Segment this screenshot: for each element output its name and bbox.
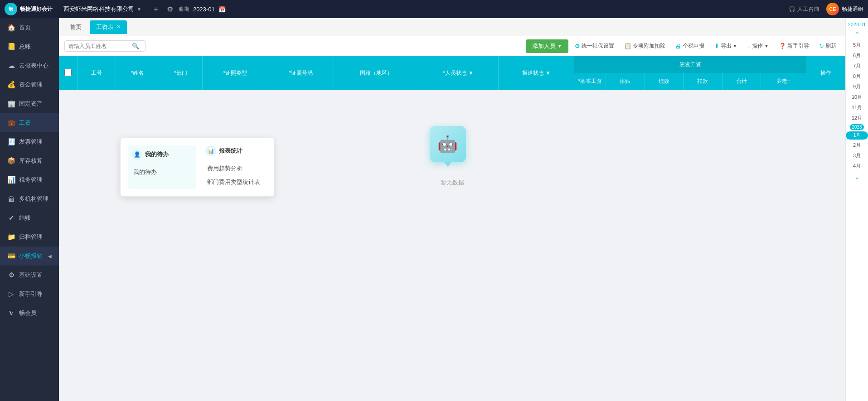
sidebar-item-multi-org[interactable]: 🏛 多机构管理 (0, 189, 59, 208)
sidebar-item-guide[interactable]: ▷ 新手引导 (0, 285, 59, 304)
timeline-11[interactable]: 11月 (846, 102, 868, 113)
timeline-6[interactable]: 6月 (846, 50, 868, 61)
th-nationality: 国籍（地区） (334, 56, 418, 90)
sidebar-label: 云报表中心 (19, 62, 48, 70)
popup-report-header: 📊 报表统计 (205, 145, 267, 156)
operation-label: 操作 (752, 42, 763, 50)
export-dropdown-icon: ▼ (733, 43, 737, 48)
th-status: *人员状态 ▼ (418, 56, 498, 90)
tab-payroll-label: 工资表 (96, 23, 114, 31)
sidebar-item-tax[interactable]: 📊 税务管理 (0, 170, 59, 189)
sidebar-item-ledger[interactable]: 📒 总账 (0, 37, 59, 56)
popup-expense-trend-item[interactable]: 费用趋势分析 (205, 162, 267, 175)
popup-my-todo-item[interactable]: 我的待办 (131, 165, 193, 179)
sidebar-item-cloud-report[interactable]: ☁ 云报表中心 (0, 56, 59, 75)
timeline-9[interactable]: 9月 (846, 82, 868, 92)
timeline-10[interactable]: 10月 (846, 92, 868, 102)
add-button[interactable]: ＋ (150, 3, 161, 16)
th-base-salary: *基本工资 (574, 73, 606, 90)
search-input[interactable] (68, 43, 132, 49)
period-value: 2023-01 (193, 6, 215, 13)
settings-icon[interactable]: ⚙ (165, 3, 175, 15)
period-label: 账期 (179, 5, 189, 13)
company-name: 西安虾米网络科技有限公司 (63, 5, 134, 13)
th-deduction: 扣款 (684, 73, 723, 90)
tab-close-icon[interactable]: ✕ (116, 24, 121, 30)
timeline-4[interactable]: 4月 (846, 161, 868, 171)
sidebar-item-funds[interactable]: 💰 资金管理 (0, 75, 59, 94)
close-books-icon: ✔ (7, 214, 15, 222)
sidebar-item-member[interactable]: V 畅会员 (0, 304, 59, 323)
payroll-icon: 💼 (7, 119, 15, 127)
deduct-icon: 📋 (624, 43, 631, 49)
sidebar-label: 多机构管理 (19, 195, 48, 203)
sidebar-item-close[interactable]: ✔ 结账 (0, 208, 59, 227)
tab-home[interactable]: 首页 (63, 20, 88, 34)
header-actions: ＋ ⚙ 账期 2023-01 📅 (150, 3, 226, 16)
social-security-btn[interactable]: ⚙ 统一社保设置 (571, 40, 618, 52)
invoice-icon: 🧾 (7, 138, 15, 146)
refresh-btn[interactable]: ↻ 刷新 (815, 40, 840, 52)
sidebar-label: 新手引导 (19, 290, 43, 298)
customer-service[interactable]: 🎧 人工咨询 (789, 5, 819, 13)
timeline-down-arrow[interactable]: ⌄ (853, 171, 862, 182)
sidebar-label: 库存核算 (19, 157, 43, 165)
sidebar-label: 固定资产 (19, 100, 43, 108)
sidebar-item-assets[interactable]: 🏢 固定资产 (0, 94, 59, 113)
toolbar: 🔍 添加人员 ▼ ⚙ 统一社保设置 📋 专项附加扣除 🖨 个税申报 (59, 36, 845, 56)
logo-area: 畅 畅捷通好会计 (5, 3, 59, 15)
timeline-1[interactable]: 1月 (846, 131, 868, 140)
sidebar-label: 基础设置 (19, 271, 43, 279)
timeline-7[interactable]: 7月 (846, 61, 868, 71)
special-deduct-btn[interactable]: 📋 专项附加扣除 (621, 40, 669, 52)
home-icon: 🏠 (7, 24, 15, 32)
content-area: 首页 工资表 ✕ 🔍 添加人员 ▼ ⚙ 统一社保设置 (59, 18, 845, 401)
timeline-3[interactable]: 3月 (846, 150, 868, 161)
timeline-12[interactable]: 12月 (846, 113, 868, 123)
th-action: 操作 (806, 56, 845, 90)
operation-icon: ≡ (747, 43, 751, 49)
th-id-number: *证照号码 (268, 56, 334, 90)
sidebar-item-settings[interactable]: ⚙ 基础设置 (0, 266, 59, 285)
sidebar-item-archive[interactable]: 📁 归档管理 (0, 227, 59, 246)
sidebar-label: 畅会员 (19, 309, 37, 317)
sidebar-item-expense[interactable]: 💳 小畅报销 ◀ (0, 246, 59, 266)
sidebar-item-inventory[interactable]: 📦 库存核算 (0, 151, 59, 170)
user-area[interactable]: CE 畅捷通组 (826, 3, 863, 15)
timeline-5[interactable]: 5月 (846, 40, 868, 50)
timeline-up-arrow[interactable]: ⌃ (853, 29, 862, 40)
timeline-2[interactable]: 2月 (846, 140, 868, 150)
tab-payroll[interactable]: 工资表 ✕ (90, 20, 127, 34)
th-checkbox (59, 56, 77, 90)
customer-service-label: 人工咨询 (797, 5, 819, 13)
timeline-current-period[interactable]: 2023.01 (846, 20, 868, 29)
settings-nav-icon: ⚙ (7, 271, 15, 279)
popup-dept-expense-item[interactable]: 部门费用类型统计表 (205, 175, 267, 189)
add-person-button[interactable]: 添加人员 ▼ (526, 39, 568, 53)
funds-icon: 💰 (7, 81, 15, 89)
sidebar-item-payroll[interactable]: 💼 工资 (0, 113, 59, 132)
sidebar-item-invoice[interactable]: 🧾 发票管理 (0, 132, 59, 151)
company-selector[interactable]: 西安虾米网络科技有限公司 ▼ (59, 5, 146, 13)
th-salary-group: 应发工资 (574, 56, 806, 73)
ledger-icon: 📒 (7, 43, 15, 51)
export-btn[interactable]: ⬇ 导出 ▼ (711, 40, 741, 52)
sidebar-label: 工资 (19, 119, 31, 127)
export-icon: ⬇ (714, 43, 719, 49)
guide-btn[interactable]: ❓ 新手引导 (775, 40, 813, 52)
archive-icon: 📁 (7, 233, 15, 241)
guide-label: 新手引导 (787, 42, 809, 50)
select-all-checkbox[interactable] (64, 69, 72, 76)
th-allowance: 津贴 (606, 73, 645, 90)
tax-report-btn[interactable]: 🖨 个税申报 (672, 40, 708, 52)
calendar-icon[interactable]: 📅 (218, 6, 226, 13)
search-icon[interactable]: 🔍 (132, 43, 139, 49)
operation-btn[interactable]: ≡ 操作 ▼ (744, 40, 773, 52)
empty-text: 暂无数据 (441, 179, 464, 187)
sidebar: 🏠 首页 📒 总账 ☁ 云报表中心 💰 资金管理 🏢 固定资产 💼 工资 🧾 发… (0, 18, 59, 401)
social-security-label: 统一社保设置 (582, 42, 614, 50)
timeline-8[interactable]: 8月 (846, 71, 868, 82)
sidebar-item-home[interactable]: 🏠 首页 (0, 18, 59, 37)
timeline-year-2023[interactable]: 2023 (850, 124, 863, 130)
report-title: 报表统计 (219, 147, 242, 155)
